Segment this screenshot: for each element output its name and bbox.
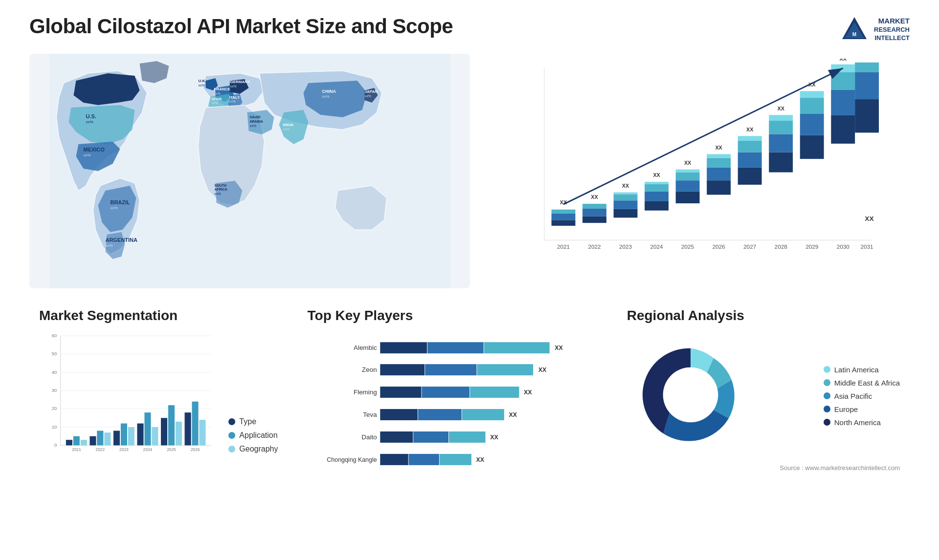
legend-app-label: Application xyxy=(239,431,277,440)
fleming-bar3 xyxy=(470,387,519,398)
zeon-value: XX xyxy=(538,366,546,373)
regional-layout: Latin America Middle East & Africa Asia … xyxy=(627,331,900,460)
japan-label: JAPAN xyxy=(364,89,378,94)
alembic-value: XX xyxy=(555,345,563,351)
zeon-bar3 xyxy=(477,364,533,375)
player-chongqing: Chongqing Kangle xyxy=(327,456,377,463)
soaf-value: xx% xyxy=(214,192,221,195)
y-0: 0 xyxy=(54,443,57,448)
legend-geo-dot xyxy=(228,446,235,452)
year-2028: 2028 xyxy=(775,243,788,250)
regional-legend: Latin America Middle East & Africa Asia … xyxy=(824,366,900,427)
sa-label2: ARABIA xyxy=(249,120,263,123)
bar-2023-layer4 xyxy=(614,193,638,194)
seg-2025-geo xyxy=(176,422,182,446)
seg-2021-app xyxy=(73,436,80,446)
bar-2028-layer4 xyxy=(769,115,793,121)
seg-x-2021: 2021 xyxy=(72,447,81,452)
seg-x-2025: 2025 xyxy=(167,447,176,452)
seg-x-2026: 2026 xyxy=(191,447,200,452)
chongqing-value: XX xyxy=(476,456,484,463)
year-2025: 2025 xyxy=(681,243,694,250)
reg-na-label: North America xyxy=(834,418,881,427)
seg-chart-area: 0 10 20 30 40 50 60 2021 xyxy=(39,331,278,468)
fleming-bar2 xyxy=(422,387,470,398)
bar-2025-layer3 xyxy=(676,172,700,181)
bar-2030-layer2 xyxy=(831,90,855,115)
mexico-label: MEXICO xyxy=(83,147,105,152)
bar-2021-layer1 xyxy=(552,220,576,226)
daito-value: XX xyxy=(490,434,498,441)
legend-application: Application xyxy=(228,431,278,440)
seg-2026-type xyxy=(185,412,191,445)
players-section: Top Key Players Alembic XX Zeon XX Flemi… xyxy=(298,303,607,508)
alembic-bar3 xyxy=(484,342,549,353)
teva-value: XX xyxy=(509,411,517,418)
bar-2023-layer1 xyxy=(614,209,638,218)
spain-label: SPAIN xyxy=(211,97,222,101)
arg-label: ARGENTINA xyxy=(105,237,137,243)
seg-2024-type xyxy=(137,424,143,446)
germany-value: xx% xyxy=(230,85,236,88)
bar-2030-layer3 xyxy=(831,72,855,89)
us-label: U.S. xyxy=(86,113,96,119)
italy-value: xx% xyxy=(229,100,235,103)
reg-mea-dot xyxy=(824,379,830,386)
bar-2030-layer4 xyxy=(831,65,855,72)
fleming-value: XX xyxy=(524,389,532,396)
year-2026: 2026 xyxy=(713,243,725,250)
logo-text: MARKET RESEARCH INTELLECT xyxy=(874,16,910,42)
reg-north-america: North America xyxy=(824,418,900,427)
y-20: 20 xyxy=(52,406,57,411)
legend-geo-label: Geography xyxy=(239,445,278,453)
svg-text:M: M xyxy=(852,32,856,37)
sa-value: xx% xyxy=(249,124,256,128)
brazil-value: xx% xyxy=(110,206,117,210)
bar-2028-layer1 xyxy=(769,152,793,172)
reg-la-label: Latin America xyxy=(834,366,879,374)
soaf-label2: AFRICA xyxy=(214,188,227,191)
reg-na-dot xyxy=(824,419,830,426)
segmentation-title: Market Segmentation xyxy=(39,308,278,323)
bar-2029-layer1 xyxy=(800,135,824,159)
bar-2027-layer3 xyxy=(738,141,762,152)
seg-2022-type xyxy=(89,436,96,446)
zeon-bar1 xyxy=(380,364,425,375)
bar-2022-layer3 xyxy=(582,204,606,209)
alembic-bar2 xyxy=(427,342,483,353)
seg-2023-geo xyxy=(128,427,134,445)
bar-2026-layer3 xyxy=(707,158,731,168)
year-2022: 2022 xyxy=(588,243,601,250)
sa-label: SAUDI xyxy=(249,115,260,119)
bar-2030-layer1 xyxy=(831,115,855,144)
page-title: Global Cilostazol API Market Size and Sc… xyxy=(29,15,453,38)
daito-bar1 xyxy=(380,431,413,443)
reg-europe: Europe xyxy=(824,405,900,413)
map-container: CANADA xx% U.S. xx% MEXICO xx% BRAZIL xx… xyxy=(29,54,470,288)
bar-2024-layer3 xyxy=(645,184,669,192)
bar-2028-layer3 xyxy=(769,121,793,134)
donut-hole xyxy=(663,367,718,423)
bar-2025-layer4 xyxy=(676,170,700,172)
bar-2027-layer1 xyxy=(738,168,762,185)
bar-chart-container: XX XX XX XX xyxy=(490,54,910,288)
bar-2025-layer1 xyxy=(676,192,700,203)
bar-2025-layer2 xyxy=(676,180,700,191)
seg-2021-geo xyxy=(81,440,87,445)
brazil-label: BRAZIL xyxy=(110,199,130,205)
regional-section: Regional Analysis xyxy=(617,303,910,508)
china-value: xx% xyxy=(322,94,329,99)
player-fleming: Fleming xyxy=(354,388,377,396)
canada-value: xx% xyxy=(98,87,107,93)
bar-2024-layer1 xyxy=(645,201,669,211)
reg-ap-dot xyxy=(824,392,830,399)
bar-2023-value: XX xyxy=(622,183,629,189)
chongqing-bar1 xyxy=(380,454,408,465)
teva-bar1 xyxy=(380,409,418,420)
bar-2031-layer1 xyxy=(855,99,879,132)
seg-2021-type xyxy=(66,440,72,445)
bar-2031-layer3 xyxy=(855,63,879,72)
bar-2028-layer2 xyxy=(769,134,793,152)
bar-2023-layer3 xyxy=(614,194,638,201)
arg-value: xx% xyxy=(105,243,112,248)
